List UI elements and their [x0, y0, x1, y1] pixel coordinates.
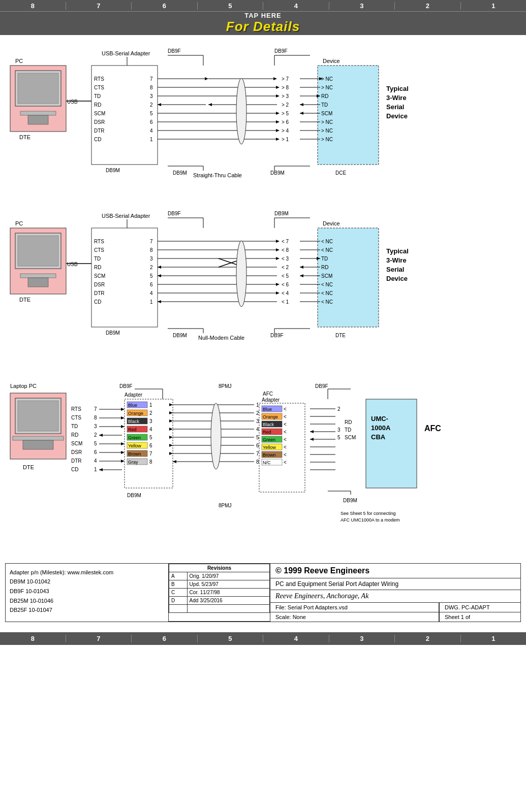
footer: 8 7 6 5 4 3 2 1: [0, 632, 526, 645]
svg-text:Serial: Serial: [386, 266, 404, 273]
svg-marker-202: [121, 416, 125, 419]
footer-col-8: 8: [0, 635, 66, 642]
svg-text:Brown: Brown: [263, 452, 276, 458]
tap-here-text[interactable]: TAP HERE: [244, 12, 282, 19]
svg-marker-208: [121, 442, 125, 445]
dte-label-1: DTE: [19, 134, 30, 140]
svg-text:3: 3: [150, 256, 153, 262]
svg-text:> NC: > NC: [321, 137, 333, 142]
scale-label: Scale: None: [270, 612, 439, 622]
svg-text:Laptop PC: Laptop PC: [10, 383, 37, 389]
svg-text:Brown: Brown: [128, 451, 141, 457]
rev-row-b: B Upd. 5/23/97: [169, 580, 270, 588]
svg-text:Typical: Typical: [386, 247, 409, 255]
footer-col-4: 4: [263, 635, 329, 642]
svg-text:USB: USB: [67, 262, 78, 267]
svg-text:Yellow: Yellow: [263, 445, 276, 450]
scale-block: Scale: None Sheet 1 of: [270, 612, 520, 622]
svg-text:8: 8: [150, 247, 153, 253]
svg-text:DB9M: DB9M: [274, 211, 289, 216]
svg-text:Red: Red: [263, 430, 271, 435]
svg-text:Gray: Gray: [128, 460, 138, 465]
svg-text:3: 3: [337, 427, 341, 433]
svg-text:7: 7: [150, 239, 153, 244]
svg-text:Null-Modem Cable: Null-Modem Cable: [198, 335, 244, 341]
svg-text:8: 8: [94, 415, 97, 420]
svg-text:4: 4: [94, 458, 97, 464]
svg-text:CTS: CTS: [71, 415, 81, 420]
rev-row-e: [169, 604, 270, 612]
svg-text:7: 7: [256, 451, 259, 457]
main-content: PC DTE USB USB-Serial Adapter RTS CTS TD…: [0, 35, 526, 632]
svg-text:RD: RD: [321, 93, 328, 99]
svg-text:> 5: > 5: [282, 111, 289, 116]
svg-marker-33: [276, 94, 280, 98]
svg-marker-37: [208, 103, 212, 106]
svg-text:< 7: < 7: [282, 239, 289, 244]
device-label-1: Device: [323, 58, 340, 64]
svg-marker-306: [310, 430, 314, 433]
db9f-label1-1: DB9F: [168, 48, 181, 54]
svg-text:< NC: < NC: [321, 290, 333, 296]
svg-rect-181: [23, 440, 53, 449]
file-label: File: Serial Port Adapters.vsd: [270, 603, 439, 612]
svg-text:Green: Green: [263, 437, 275, 442]
svg-text:8PMJ: 8PMJ: [219, 503, 232, 508]
db9f-label2-1: DB9F: [274, 48, 288, 54]
svg-rect-2: [20, 111, 56, 115]
svg-marker-121: [276, 257, 280, 260]
rev-b-letter: B: [169, 580, 188, 588]
diagram1-svg: PC DTE USB USB-Serial Adapter RTS CTS TD…: [5, 40, 521, 203]
svg-text:Blue: Blue: [128, 403, 137, 408]
svg-text:2: 2: [150, 265, 153, 270]
svg-text:4: 4: [256, 427, 259, 432]
svg-marker-214: [99, 468, 103, 471]
svg-text:CBA: CBA: [371, 433, 386, 441]
svg-text:< 5: < 5: [282, 273, 289, 279]
svg-marker-119: [276, 248, 280, 251]
rev-a-desc: Orig. 1/20/97: [187, 572, 269, 580]
svg-text:Serial: Serial: [386, 103, 404, 111]
svg-marker-131: [276, 291, 280, 295]
svg-text:3: 3: [94, 424, 97, 429]
svg-text:Red: Red: [128, 427, 137, 432]
svg-text:DB9M: DB9M: [127, 493, 141, 498]
adapter-label-1: USB-Serial Adapter: [102, 50, 150, 56]
svg-text:DB9F: DB9F: [270, 333, 284, 338]
svg-rect-3: [28, 115, 48, 124]
svg-text:SCM: SCM: [321, 273, 332, 279]
svg-text:> 3: > 3: [282, 93, 289, 99]
db25m-pn: DB25M 10-01046: [10, 596, 164, 606]
svg-marker-204: [121, 425, 125, 428]
title-left: Adapter p/n (Milestek): www.milestek.com…: [6, 564, 168, 622]
svg-text:RD: RD: [71, 432, 78, 438]
svg-text:TD: TD: [94, 93, 101, 99]
svg-text:1: 1: [150, 137, 153, 142]
svg-marker-133: [158, 300, 161, 303]
svg-text:DB9M: DB9M: [173, 170, 187, 176]
svg-marker-200: [121, 408, 125, 411]
svg-text:5: 5: [150, 111, 153, 116]
svg-text:4: 4: [150, 290, 153, 296]
svg-text:2: 2: [337, 406, 341, 412]
for-details-text[interactable]: For Details: [226, 19, 300, 34]
revisions-table: Revisions A Orig. 1/20/97 B Upd. 5/23/97: [169, 564, 270, 613]
svg-text:5: 5: [150, 273, 153, 279]
svg-text:DB9F: DB9F: [315, 383, 328, 389]
rev-c-letter: C: [169, 588, 188, 596]
svg-text:CD: CD: [94, 299, 101, 305]
svg-text:DSR: DSR: [94, 282, 105, 287]
svg-point-134: [236, 241, 246, 307]
svg-text:2: 2: [94, 432, 97, 438]
header-col-8: 8: [0, 2, 66, 10]
svg-text:UMC-: UMC-: [371, 415, 388, 423]
svg-text:Device: Device: [386, 112, 408, 120]
svg-marker-206: [99, 434, 103, 437]
svg-text:> 6: > 6: [282, 119, 289, 125]
svg-text:6: 6: [256, 443, 259, 448]
cable-label-1: Straight-Thru Cable: [193, 172, 242, 178]
svg-text:< NC: < NC: [321, 282, 333, 287]
svg-text:Black: Black: [128, 419, 140, 424]
svg-text:4: 4: [150, 128, 153, 134]
svg-text:> 7: > 7: [282, 76, 289, 82]
